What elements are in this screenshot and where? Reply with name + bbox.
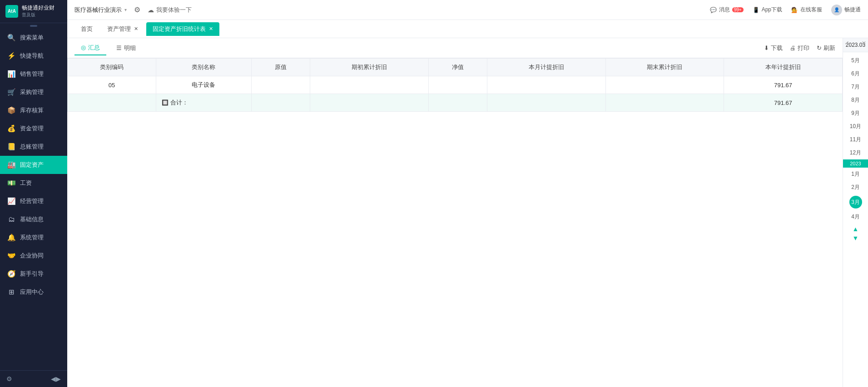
guide-icon: 🧭 (7, 270, 15, 278)
sidebar-item-guide[interactable]: 🧭 新手引导 (0, 265, 67, 283)
sidebar-item-label: 经营管理 (20, 197, 44, 205)
sidebar-item-collab[interactable]: 🤝 企业协同 (0, 247, 67, 265)
tab-home[interactable]: 首页 (74, 22, 99, 36)
print-button[interactable]: 🖨 打印 (790, 44, 809, 52)
sidebar-brand: 畅捷通好业财 普及版 (22, 5, 55, 18)
tab-asset-close-icon[interactable]: ✕ (134, 26, 138, 32)
purchase-icon: 🛒 (7, 88, 15, 96)
detail-icon: ☰ (116, 45, 122, 51)
row-monthly (487, 76, 605, 94)
sidebar-item-inventory[interactable]: 📦 库存核算 (0, 101, 67, 119)
app-download-button[interactable]: 📱 App下载 (753, 6, 782, 14)
sidebar-item-purchase[interactable]: 🛒 采购管理 (0, 83, 67, 101)
sidebar-item-label: 搜索菜单 (20, 34, 44, 42)
experience-label: 我要体验一下 (156, 6, 192, 14)
sales-icon: 📊 (7, 70, 15, 78)
tab-asset-management[interactable]: 资产管理 ✕ (101, 22, 144, 36)
sidebar-item-label: 基础信息 (20, 215, 44, 223)
total-label: 🔲 合计： (162, 99, 246, 107)
total-original (251, 94, 310, 112)
sidebar-item-ledger[interactable]: 📒 总账管理 (0, 138, 67, 156)
scroll-up-indicator (30, 25, 37, 27)
col-netvalue: 净值 (428, 59, 487, 76)
date-nav-up-icon[interactable]: ▲ (853, 225, 859, 233)
date-item-6[interactable]: 6月 (843, 67, 868, 80)
sidebar-item-baseinfo[interactable]: 🗂 基础信息 (0, 210, 67, 228)
sidebar-header: AtA 畅捷通好业财 普及版 (0, 0, 67, 23)
sidebar-item-label: 系统管理 (20, 233, 44, 242)
download-label: 下载 (771, 44, 783, 52)
settings-button[interactable]: ⚙ (134, 5, 140, 14)
sidebar-item-label: 总账管理 (20, 143, 44, 151)
sidebar-item-search[interactable]: 🔍 搜索菜单 (0, 29, 67, 47)
print-label: 打印 (798, 44, 809, 52)
sidebar-item-operation[interactable]: 📈 经营管理 (0, 192, 67, 210)
refresh-button[interactable]: ↻ 刷新 (817, 44, 835, 52)
logo-icon: AtA (5, 5, 18, 18)
date-item-10[interactable]: 10月 (843, 120, 868, 133)
date-item-3-wrap: 3月 (843, 194, 868, 210)
company-selector[interactable]: 医疗器械行业演示 ▾ (74, 6, 127, 14)
sub-tabs: ◎ 汇总 ☰ 明细 ⬇ 下载 🖨 打印 (67, 38, 843, 58)
message-icon: 💬 (710, 7, 717, 13)
date-item-5[interactable]: 5月 (843, 54, 868, 67)
date-nav-up: ▲ (843, 225, 868, 233)
row-code: 05 (68, 76, 156, 94)
collapse-icon[interactable]: ◀▶ (51, 375, 61, 382)
date-item-9[interactable]: 9月 (843, 107, 868, 120)
content-area: ◎ 汇总 ☰ 明细 ⬇ 下载 🖨 打印 (67, 38, 868, 387)
date-panel-list: 5月 6月 7月 8月 9月 10月 11月 12月 2023 1月 2月 3月… (843, 52, 868, 387)
date-panel-expand-icon[interactable]: ⤢ (845, 40, 849, 46)
date-item-8[interactable]: 8月 (843, 94, 868, 107)
date-panel-close-icon[interactable]: ✕ (862, 40, 866, 46)
date-item-4[interactable]: 4月 (843, 210, 868, 223)
sidebar-item-sales[interactable]: 📊 销售管理 (0, 65, 67, 83)
tab-depreciation-close-icon[interactable]: ✕ (209, 26, 213, 32)
experience-button[interactable]: ☁ 我要体验一下 (148, 6, 192, 14)
sidebar-item-label: 快捷导航 (20, 52, 44, 60)
date-item-1[interactable]: 1月 (843, 168, 868, 181)
table-header-row: 类别编码 类别名称 原值 期初累计折旧 净值 本月计提折旧 期末累计折旧 本年计… (68, 59, 843, 76)
sidebar-nav: 🔍 搜索菜单 ⚡ 快捷导航 📊 销售管理 🛒 采购管理 📦 库存核算 💰 资金管… (0, 29, 67, 370)
sub-tab-summary[interactable]: ◎ 汇总 (74, 41, 106, 55)
print-icon: 🖨 (790, 45, 796, 51)
online-service-button[interactable]: 💁 在线客服 (791, 6, 822, 14)
sidebar-item-quicknav[interactable]: ⚡ 快捷导航 (0, 47, 67, 65)
sidebar-item-fixedasset[interactable]: 🏭 固定资产 (0, 156, 67, 174)
sidebar-item-appcenter[interactable]: ⊞ 应用中心 (0, 283, 67, 301)
tab-depreciation-report[interactable]: 固定资产折旧统计表 ✕ (146, 22, 219, 36)
message-button[interactable]: 💬 消息 99+ (710, 6, 744, 14)
nav-tabs: 首页 资产管理 ✕ 固定资产折旧统计表 ✕ (67, 20, 868, 38)
date-item-11[interactable]: 11月 (843, 133, 868, 146)
summary-icon: ◎ (81, 44, 86, 51)
date-item-7[interactable]: 7月 (843, 80, 868, 94)
row-original (251, 76, 310, 94)
inventory-icon: 📦 (7, 106, 15, 114)
search-icon: 🔍 (7, 34, 15, 42)
message-label: 消息 (719, 6, 730, 14)
settings-icon[interactable]: ⚙ (6, 375, 12, 382)
row-name: 电子设备 (156, 76, 251, 94)
sidebar-item-finance[interactable]: 💰 资金管理 (0, 119, 67, 138)
baseinfo-icon: 🗂 (7, 215, 15, 223)
user-menu[interactable]: 👤 畅捷通 (831, 5, 861, 15)
sidebar-item-system[interactable]: 🔔 系统管理 (0, 228, 67, 247)
tab-depreciation-label: 固定资产折旧统计表 (153, 25, 206, 33)
experience-icon: ☁ (148, 6, 154, 14)
date-item-2[interactable]: 2月 (843, 181, 868, 194)
date-item-12[interactable]: 12月 (843, 146, 868, 159)
refresh-icon: ↻ (817, 45, 822, 51)
download-button[interactable]: ⬇ 下载 (764, 44, 783, 52)
table-wrap: 类别编码 类别名称 原值 期初累计折旧 净值 本月计提折旧 期末累计折旧 本年计… (67, 58, 843, 387)
col-annual: 本年计提折旧 (724, 59, 843, 76)
sidebar-item-label: 应用中心 (20, 288, 44, 296)
app-name: 畅捷通好业财 (22, 5, 55, 12)
sub-tab-detail[interactable]: ☰ 明细 (110, 41, 142, 55)
date-item-3-current[interactable]: 3月 (849, 196, 862, 208)
sidebar-item-salary[interactable]: 💵 工资 (0, 174, 67, 192)
sidebar-item-label: 固定资产 (20, 161, 44, 169)
ledger-icon: 📒 (7, 143, 15, 151)
col-name: 类别名称 (156, 59, 251, 76)
date-nav-down-icon[interactable]: ▼ (853, 234, 859, 242)
sidebar: AtA 畅捷通好业财 普及版 🔍 搜索菜单 ⚡ 快捷导航 📊 销售管理 🛒 采购… (0, 0, 67, 387)
